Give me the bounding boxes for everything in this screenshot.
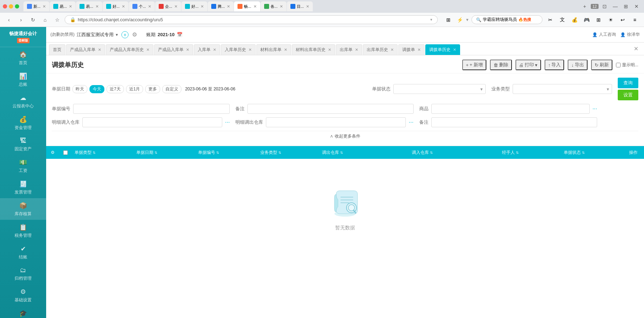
page-tab-1[interactable]: 产成品入库单历史 ✕ <box>106 44 153 55</box>
show-full-label[interactable]: 显示明... <box>616 62 638 68</box>
refresh-button[interactable]: ↻ <box>28 15 38 24</box>
sidebar-item-funds[interactable]: 💰 资金管理 <box>0 112 46 134</box>
browser-tab-close-2[interactable]: ✕ <box>95 4 99 9</box>
dropdown-arrow[interactable]: ▾ <box>466 17 469 22</box>
sidebar-item-payroll[interactable]: 💵 工资 <box>0 155 46 177</box>
page-tab-close-1[interactable]: ✕ <box>146 48 149 52</box>
browser-tab-close-8[interactable]: ✕ <box>253 4 257 9</box>
page-tab-close-9[interactable]: ✕ <box>417 48 421 52</box>
browser-tab-close-3[interactable]: ✕ <box>122 4 125 9</box>
browser-tab-close-10[interactable]: ✕ <box>306 4 309 9</box>
sidebar-item-settings[interactable]: ⚙ 基础设置 <box>0 284 46 306</box>
url-bar[interactable]: 🔒 https://cloud.chanjet.com/accounting/u… <box>65 15 438 24</box>
sidebar-item-invoice[interactable]: 🧾 发票管理 <box>0 177 46 198</box>
remark2-input[interactable] <box>431 117 597 127</box>
browser-tab-5[interactable]: 企... ✕ <box>155 1 181 11</box>
wallet-button[interactable]: 💰 <box>569 15 579 25</box>
th-type[interactable]: 单据类型 ⇅ <box>72 150 133 156</box>
detail-out-more-button[interactable]: ··· <box>409 119 413 125</box>
date-chip-1month[interactable]: 近1月 <box>126 85 143 93</box>
close-window[interactable]: — <box>611 2 620 11</box>
browser-tab-9[interactable]: 各... ✕ <box>261 1 286 11</box>
page-tab-close-2[interactable]: ✕ <box>186 48 189 52</box>
close-all-tabs[interactable]: ✕ <box>631 45 641 52</box>
collapse-bar[interactable]: ∧ 收起更多条件 <box>52 131 638 141</box>
browser-tab-2[interactable]: 易... ✕ <box>76 1 102 11</box>
goods-input[interactable] <box>431 104 590 114</box>
page-tab-close-5[interactable]: ✕ <box>284 48 287 52</box>
date-chip-custom[interactable]: 自定义 <box>162 85 181 93</box>
th-checkbox[interactable] <box>59 150 72 155</box>
th-person[interactable]: 经手人 ⇅ <box>499 150 561 156</box>
calendar-icon[interactable]: 📅 <box>177 32 182 37</box>
close-browser[interactable]: ✕ <box>632 2 641 11</box>
page-tab-3[interactable]: 入库单 ✕ <box>194 44 220 55</box>
goods-more-button[interactable]: ··· <box>593 106 597 112</box>
forward-button[interactable]: › <box>16 15 26 24</box>
user-info[interactable]: 👤 徐泽华 <box>620 32 640 38</box>
date-chip-yesterday[interactable]: 昨天 <box>72 85 87 93</box>
scissors-button[interactable]: ✂ <box>545 15 555 25</box>
game-button[interactable]: 🎮 <box>582 15 591 25</box>
maximize-window[interactable]: ⊞ <box>621 2 631 11</box>
home-button[interactable]: ⌂ <box>40 15 50 24</box>
browser-tab-close-4[interactable]: ✕ <box>148 4 151 9</box>
browser-tab-close-9[interactable]: ✕ <box>280 4 283 9</box>
page-tab-close-8[interactable]: ✕ <box>391 48 394 52</box>
translate-button[interactable]: 文 <box>557 15 567 25</box>
brightness-button[interactable]: ☀ <box>606 15 616 25</box>
extensions-button[interactable]: ⊞ <box>443 15 453 25</box>
page-tab-home[interactable]: 首页 <box>49 44 65 55</box>
export-button[interactable]: ↓ 导出 <box>568 60 588 70</box>
date-chip-more[interactable]: 更多 <box>145 85 160 93</box>
page-tab-6[interactable]: 材料出库单历史 ✕ <box>292 44 335 55</box>
browser-tab-1[interactable]: 易... ✕ <box>50 1 76 11</box>
browser-tab-0[interactable]: 新... ✕ <box>23 1 49 11</box>
sidebar-item-archive[interactable]: 🗂 归档管理 <box>0 263 46 284</box>
browser-tab-close-0[interactable]: ✕ <box>43 4 46 9</box>
add-company-button[interactable]: + <box>121 31 129 38</box>
settings-button[interactable]: 设置 <box>618 90 638 100</box>
status-select[interactable] <box>393 84 486 94</box>
page-tab-4[interactable]: 入库单历史 ✕ <box>221 44 256 55</box>
detail-in-more-button[interactable]: ··· <box>225 119 230 125</box>
restore-window[interactable]: ⊡ <box>600 2 609 11</box>
browser-tab-close-7[interactable]: ✕ <box>227 4 230 9</box>
print-button[interactable]: 🖨 打印 ▾ <box>515 60 541 70</box>
browser-tab-close-5[interactable]: ✕ <box>174 4 178 9</box>
window-close[interactable] <box>3 4 7 9</box>
undo-button[interactable]: ↩ <box>618 15 628 25</box>
page-tab-8[interactable]: 出库单历史 ✕ <box>363 44 398 55</box>
browser-tab-close-6[interactable]: ✕ <box>201 4 204 9</box>
detail-out-input[interactable] <box>266 117 406 127</box>
th-date[interactable]: 单据日期 ⇅ <box>133 150 195 156</box>
import-button[interactable]: ↑ 导入 <box>545 60 564 70</box>
company-selector[interactable]: (勿删勿禁用) 江西服宝测试专用 ▾ <box>50 32 118 38</box>
date-chip-7days[interactable]: 近7天 <box>107 85 124 93</box>
page-tab-9[interactable]: 调拨单 ✕ <box>398 44 425 55</box>
sidebar-item-guide[interactable]: 🎓 新手引导 <box>0 306 46 318</box>
biz-type-select[interactable] <box>513 84 612 94</box>
page-tab-close-6[interactable]: ✕ <box>328 48 331 52</box>
query-button[interactable]: 查询 <box>618 78 638 88</box>
lightning-button[interactable]: ⚡ <box>455 15 465 25</box>
page-tab-5[interactable]: 材料出库单 ✕ <box>256 44 291 55</box>
page-tab-0[interactable]: 产成品入库单 ✕ <box>66 44 105 55</box>
back-button[interactable]: ‹ <box>4 15 13 24</box>
sidebar-item-assets[interactable]: 🏗 固定资产 <box>0 134 46 155</box>
browser-tab-4[interactable]: 个... ✕ <box>129 1 155 11</box>
window-minimize[interactable] <box>9 4 13 9</box>
sidebar-item-inventory[interactable]: 📦 库存核算 <box>0 198 46 220</box>
window-maximize[interactable] <box>15 4 19 9</box>
select-all-checkbox[interactable] <box>63 150 68 155</box>
service-button[interactable]: 👤 人工咨询 <box>592 32 616 38</box>
sidebar-item-ledger[interactable]: 📊 总账 <box>0 69 46 90</box>
company-settings-button[interactable]: ⚙ <box>132 31 137 38</box>
detail-in-input[interactable] <box>82 117 222 127</box>
new-tab-button[interactable]: + <box>580 2 589 11</box>
page-tab-7[interactable]: 出库单 ✕ <box>336 44 362 55</box>
doc-no-input[interactable] <box>73 104 230 114</box>
delete-button[interactable]: 🗑 删除 <box>490 60 512 70</box>
th-status[interactable]: 单据状态 ⇅ <box>561 150 623 156</box>
remark-input[interactable] <box>247 104 413 114</box>
